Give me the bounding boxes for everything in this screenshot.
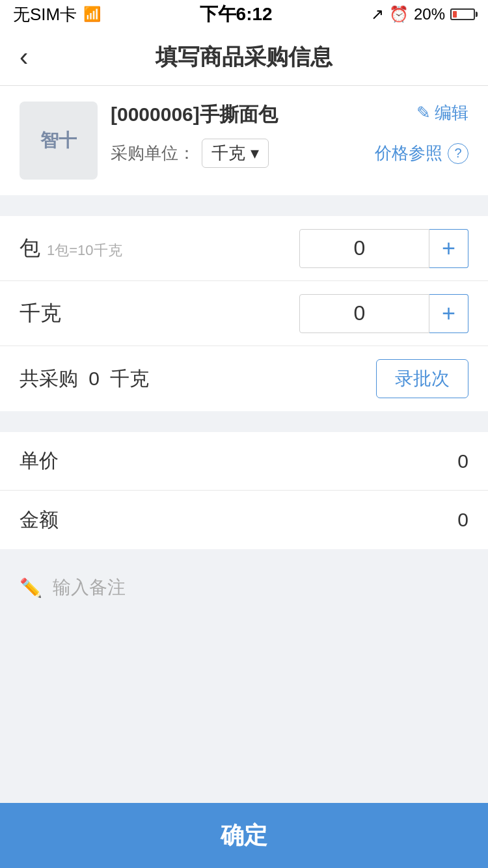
separator-2 [0, 411, 488, 422]
separator-1 [0, 206, 488, 216]
battery-percent: 20% [414, 5, 445, 23]
page-title: 填写商品采购信息 [156, 42, 332, 72]
bao-label-group: 包 1包=10千克 [20, 234, 122, 263]
bao-quantity-input[interactable] [299, 229, 429, 268]
note-placeholder: 输入备注 [53, 575, 126, 600]
kg-plus-button[interactable]: + [429, 294, 468, 333]
amount-label: 金额 [20, 507, 59, 534]
kg-quantity-input[interactable] [299, 294, 429, 333]
battery-fill [453, 11, 457, 18]
bao-input-row: 包 1包=10千克 + [0, 216, 488, 281]
amount-value: 0 [457, 509, 468, 531]
product-unit-row: 采购单位： 千克 ▾ 价格参照 ? [111, 139, 468, 168]
price-ref-help-icon: ? [448, 143, 468, 164]
kg-label: 千克 [20, 299, 61, 328]
summary-unit: 千克 [110, 368, 149, 389]
alarm-icon: ⏰ [389, 5, 409, 23]
kg-input-row: 千克 + [0, 281, 488, 346]
edit-label: 编辑 [435, 102, 468, 124]
price-amount-section: 单价 0 金额 0 [0, 432, 488, 549]
edit-button[interactable]: ✎ 编辑 [416, 102, 468, 124]
battery-icon [450, 8, 475, 20]
bao-label: 包 [20, 234, 40, 263]
location-icon: ↗ [371, 5, 384, 23]
bao-plus-button[interactable]: + [429, 229, 468, 268]
product-card: 智十 [0000006]手撕面包 ✎ 编辑 采购单位： 千克 ▾ 价格参照 ? [0, 86, 488, 195]
back-icon: ‹ [20, 42, 28, 72]
summary-value: 0 [88, 368, 100, 389]
dropdown-icon: ▾ [251, 143, 259, 163]
batch-button[interactable]: 录批次 [376, 359, 468, 398]
price-ref-button[interactable]: 价格参照 ? [375, 142, 468, 165]
kg-input-right: + [299, 294, 468, 333]
status-right: ↗ ⏰ 20% [371, 5, 475, 23]
wifi-icon: 📶 [83, 6, 101, 23]
unit-price-label: 单价 [20, 448, 59, 474]
input-section: 包 1包=10千克 + 千克 + [0, 216, 488, 346]
product-logo: 智十 [40, 128, 77, 153]
bao-plus-icon: + [442, 235, 455, 262]
status-bar: 无SIM卡 📶 下午6:12 ↗ ⏰ 20% [0, 0, 488, 29]
status-time: 下午6:12 [200, 2, 273, 27]
confirm-button[interactable]: 确定 [0, 803, 488, 868]
product-top-row: [0000006]手撕面包 ✎ 编辑 [111, 102, 468, 128]
product-info: [0000006]手撕面包 ✎ 编辑 采购单位： 千克 ▾ 价格参照 ? [111, 102, 468, 168]
note-section[interactable]: ✏️ 输入备注 [0, 560, 488, 616]
unit-price-value: 0 [457, 450, 468, 472]
unit-value: 千克 [211, 142, 245, 165]
product-name: [0000006]手撕面包 [111, 102, 416, 128]
summary-row: 共采购 0 千克 录批次 [0, 346, 488, 411]
kg-label-group: 千克 [20, 299, 61, 328]
carrier-label: 无SIM卡 [13, 3, 77, 26]
bao-sublabel: 1包=10千克 [47, 241, 122, 260]
amount-row: 金额 0 [0, 491, 488, 549]
unit-label: 采购单位： [111, 142, 195, 165]
unit-dropdown[interactable]: 千克 ▾ [202, 139, 269, 168]
product-thumbnail: 智十 [20, 102, 98, 180]
price-ref-label: 价格参照 [375, 142, 442, 165]
unit-price-row: 单价 0 [0, 432, 488, 491]
summary-text: 共采购 0 千克 [20, 366, 149, 392]
nav-bar: ‹ 填写商品采购信息 [0, 29, 488, 86]
content-filler [0, 616, 488, 746]
unit-selector-group: 采购单位： 千克 ▾ [111, 139, 269, 168]
bao-input-right: + [299, 229, 468, 268]
status-left: 无SIM卡 📶 [13, 3, 101, 26]
pencil-icon: ✏️ [20, 577, 42, 599]
summary-prefix: 共采购 [20, 368, 78, 389]
back-button[interactable]: ‹ [20, 42, 28, 72]
edit-icon: ✎ [416, 103, 431, 123]
kg-plus-icon: + [442, 300, 455, 327]
